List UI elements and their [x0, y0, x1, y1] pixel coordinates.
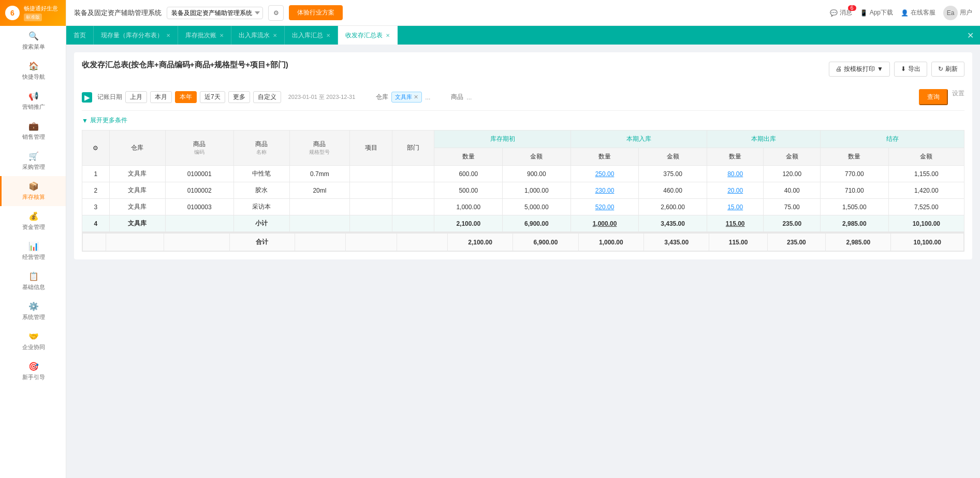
footer-in-qty: 1,000.00: [578, 234, 643, 251]
sidebar-item-search[interactable]: 🔍 搜索菜单: [0, 26, 66, 56]
col-in-qty: 数量: [571, 148, 639, 166]
message-btn[interactable]: 💬 消息 6: [830, 8, 852, 17]
filter-this-year[interactable]: 本年: [175, 91, 197, 103]
page-title: 收发存汇总表(按仓库+商品编码+商品+规格型号+项目+部门): [82, 60, 288, 70]
settings-link[interactable]: 设置: [952, 89, 964, 105]
col-in-header: 本期入库: [571, 131, 707, 148]
tabbar: 首页 现存量（库存分布表） ✕ 库存批次账 ✕ 出入库流水 ✕ 出入库汇总 ✕ …: [66, 26, 980, 45]
footer-out-amt: 235.00: [767, 234, 825, 251]
warehouse-tag[interactable]: 文具库 ✕: [391, 92, 422, 103]
sidebar-logo: 6 畅捷通好生意 标准版: [0, 0, 66, 26]
tab-stock-dist[interactable]: 现存量（库存分布表） ✕: [94, 26, 178, 45]
filter-custom[interactable]: 自定义: [253, 91, 281, 103]
sidebar-item-quicknav[interactable]: 🏠 快捷导航: [0, 56, 66, 86]
in-qty-link-1[interactable]: 250.00: [571, 166, 639, 182]
system-icon: ⚙️: [28, 301, 39, 311]
user-menu[interactable]: Ea 用户: [943, 6, 972, 20]
tab-batch[interactable]: 库存批次账 ✕: [178, 26, 231, 45]
dropdown-icon: ▼: [877, 65, 883, 73]
filter-toggle-btn[interactable]: ▶: [82, 92, 92, 103]
content-card: 收发存汇总表(按仓库+商品编码+商品+规格型号+项目+部门) 🖨 按模板打印 ▼…: [74, 52, 972, 259]
download-icon: 📱: [860, 9, 868, 17]
sidebar-item-sales[interactable]: 💼 销售管理: [0, 116, 66, 146]
warehouse-tag-close[interactable]: ✕: [414, 94, 418, 100]
warehouse-more-btn[interactable]: ...: [425, 94, 430, 101]
tab-close-summary[interactable]: ✕: [326, 33, 330, 38]
in-qty-link-2[interactable]: 230.00: [571, 182, 639, 199]
goods-filter-label: 商品: [451, 93, 463, 102]
tab-close-recv-summary[interactable]: ✕: [386, 33, 390, 38]
sidebar-item-purchase[interactable]: 🛒 采购管理: [0, 146, 66, 176]
tab-home[interactable]: 首页: [66, 26, 94, 45]
col-dept-header: 部门: [392, 131, 434, 166]
online-service-btn[interactable]: 👤 在线客服: [901, 8, 935, 17]
col-project-header: 项目: [350, 131, 392, 166]
refresh-btn[interactable]: ↻ 刷新: [931, 62, 964, 77]
enterprise-icon: 🤝: [28, 331, 39, 341]
tab-close-flow[interactable]: ✕: [273, 33, 277, 38]
sidebar-item-guide[interactable]: 🎯 新手引导: [0, 356, 66, 386]
sidebar-item-enterprise[interactable]: 🤝 企业协同: [0, 326, 66, 356]
tab-close-stock-dist[interactable]: ✕: [166, 33, 170, 38]
home-icon: 🏠: [28, 61, 39, 71]
settings-button[interactable]: ⚙: [268, 5, 284, 21]
footer-out-qty: 115.00: [709, 234, 767, 251]
table-row: 2 文具库 0100002 胶水 20ml 500.00 1,000.00 23…: [82, 182, 964, 199]
out-qty-link-1[interactable]: 80.00: [707, 166, 764, 182]
refresh-icon: ↻: [938, 65, 943, 73]
service-icon: 👤: [901, 9, 909, 17]
expand-icon: ▼: [82, 117, 88, 124]
footer-label: 合计: [229, 234, 295, 251]
trial-button[interactable]: 体验行业方案: [289, 5, 343, 20]
filter-prev-month[interactable]: 上月: [125, 91, 147, 103]
out-qty-link-3[interactable]: 15.00: [707, 199, 764, 215]
filter-more-date[interactable]: 更多: [228, 91, 250, 103]
sidebar-item-system[interactable]: ⚙️ 系统管理: [0, 296, 66, 326]
col-close-qty: 数量: [821, 148, 889, 166]
in-qty-link-3[interactable]: 520.00: [571, 199, 639, 215]
date-range-display: 2023-01-01 至 2023-12-31: [288, 93, 356, 101]
filter-this-month[interactable]: 本月: [150, 91, 172, 103]
export-icon: ⬇: [901, 65, 906, 73]
expand-more-btn[interactable]: ▼ 展开更多条件: [82, 116, 964, 125]
table-row: 3 文具库 0100003 采访本 1,000.00 5,000.00 520.…: [82, 199, 964, 215]
sidebar-item-inventory[interactable]: 📦 库存核算: [0, 176, 66, 206]
finance-icon: 💰: [28, 211, 39, 221]
print-icon: 🖨: [836, 65, 842, 73]
sidebar-item-finance[interactable]: 💰 资金管理: [0, 206, 66, 236]
avatar: Ea: [943, 6, 958, 20]
data-table: ⚙ 仓库 商品 编码 商品 名称 商品 规格型号: [82, 130, 964, 232]
tab-close-batch[interactable]: ✕: [220, 33, 224, 38]
sidebar-item-basic[interactable]: 📋 基础信息: [0, 266, 66, 296]
query-btn[interactable]: 查询: [919, 89, 948, 105]
filter-bar: ▶ 记账日期 上月 本月 本年 近7天 更多 自定义 2023-01-01 至 …: [82, 84, 964, 111]
tab-flow[interactable]: 出入库流水 ✕: [231, 26, 285, 45]
col-settings-header[interactable]: ⚙: [82, 131, 110, 166]
message-icon: 💬: [830, 9, 838, 17]
system-select[interactable]: 装备及固定资产辅助管理系统: [167, 7, 263, 19]
close-all-tabs[interactable]: ✕: [961, 31, 980, 40]
main-content: 收发存汇总表(按仓库+商品编码+商品+规格型号+项目+部门) 🖨 按模板打印 ▼…: [66, 45, 980, 478]
data-table-container: ⚙ 仓库 商品 编码 商品 名称 商品 规格型号: [82, 130, 964, 232]
inventory-icon: 📦: [28, 181, 39, 191]
col-warehouse-header: 仓库: [109, 131, 165, 166]
footer-close-amt: 10,100.00: [891, 234, 964, 251]
export-btn[interactable]: ⬇ 导出: [894, 62, 927, 77]
print-btn[interactable]: 🖨 按模板打印 ▼: [829, 62, 890, 77]
tab-summary[interactable]: 出入库汇总 ✕: [285, 26, 338, 45]
col-spec-header: 商品 规格型号: [289, 131, 350, 166]
out-qty-link-2[interactable]: 20.00: [707, 182, 764, 199]
filter-7days[interactable]: 近7天: [200, 91, 225, 103]
col-out-amt: 金额: [764, 148, 821, 166]
marketing-icon: 📢: [28, 91, 39, 101]
tab-recv-summary[interactable]: 收发存汇总表 ✕: [338, 26, 398, 45]
goods-more-btn[interactable]: ...: [466, 94, 472, 101]
col-closing-header: 结存: [821, 131, 964, 148]
sidebar-item-marketing[interactable]: 📢 营销推广: [0, 86, 66, 116]
footer-open-amt: 6,900.00: [513, 234, 578, 251]
table-row: 1 文具库 0100001 中性笔 0.7mm 600.00 900.00 25…: [82, 166, 964, 182]
sidebar-item-operations[interactable]: 📊 经营管理: [0, 236, 66, 266]
app-download-btn[interactable]: 📱 App下载: [860, 8, 893, 17]
col-in-amt: 金额: [639, 148, 707, 166]
logo-icon: 6: [5, 6, 20, 20]
